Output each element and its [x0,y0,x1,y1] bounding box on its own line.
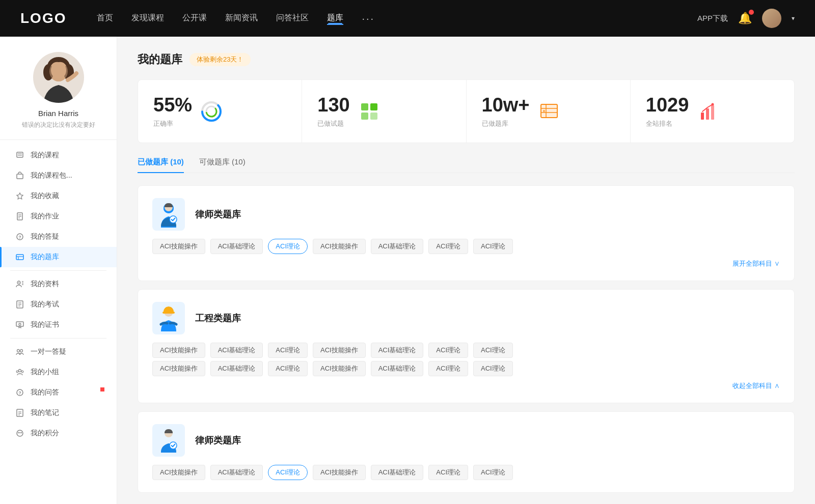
tag[interactable]: ACI理论 [473,239,513,254]
stat-banks-label: 已做题库 [482,119,530,128]
tag[interactable]: ACI理论 [428,343,468,358]
sidebar-item-oneone[interactable]: 一对一答疑 [0,342,117,362]
nav-link-open[interactable]: 公开课 [182,13,207,24]
sidebar-item-points[interactable]: 我的积分 [0,423,117,443]
tag[interactable]: ACI理论 [473,361,513,376]
nav-app-download[interactable]: APP下载 [697,14,728,23]
tag[interactable]: ACI技能操作 [152,239,205,254]
tag[interactable]: ACI技能操作 [313,239,366,254]
nav-dropdown-arrow[interactable]: ▾ [792,15,795,22]
layout: Brian Harris 错误的决定比没有决定要好 我的课程 我的课程包... [0,37,815,504]
sidebar-item-cert[interactable]: 我的证书 [0,315,117,335]
tag[interactable]: ACI基础理论 [371,361,424,376]
page-header: 我的题库 体验剩余23天！ [138,52,795,67]
bank-card-3-icon [152,424,185,457]
stat-rank-value: 1029 [646,94,689,116]
stat-accuracy-label: 正确率 [153,119,192,128]
main-content: 我的题库 体验剩余23天！ 55% 正确率 [117,37,815,504]
nav-link-discover[interactable]: 发现课程 [131,13,164,24]
homework-icon [15,212,24,221]
tag[interactable]: ACI理论 [428,465,468,480]
trial-badge: 体验剩余23天！ [189,53,251,66]
nav-link-news[interactable]: 新闻资讯 [225,13,258,24]
tag[interactable]: ACI技能操作 [152,343,205,358]
tab-done[interactable]: 已做题库 (10) [138,157,184,173]
qa-badge [100,387,104,391]
tag[interactable]: ACI基础理论 [371,343,424,358]
sidebar-item-bank[interactable]: 我的题库 [0,247,117,267]
tab-todo[interactable]: 可做题库 (10) [199,157,246,173]
svg-point-36 [21,371,23,373]
bank-card-2-collapse[interactable]: 收起全部科目 ∧ [152,381,780,390]
stat-banks: 10w+ 已做题库 [467,80,631,143]
bank-card-1-tags: ACI技能操作 ACI基础理论 ACI理论 ACI技能操作 ACI基础理论 AC… [152,239,780,254]
sidebar-item-homework[interactable]: 我的作业 [0,206,117,227]
svg-rect-10 [17,174,23,179]
bank-card-3: 律师类题库 ACI技能操作 ACI基础理论 ACI理论 ACI技能操作 ACI基… [138,411,795,493]
sidebar-label-exam: 我的考试 [31,300,59,309]
svg-rect-51 [361,103,368,110]
tag[interactable]: ACI理论 [428,361,468,376]
sidebar-item-favorites[interactable]: 我的收藏 [0,186,117,206]
sidebar-item-notes[interactable]: 我的笔记 [0,403,117,423]
tag[interactable]: ACI基础理论 [210,239,263,254]
svg-point-32 [17,349,20,352]
sidebar-label-course: 我的课程 [31,151,59,160]
stat-questions-label: 已做试题 [317,119,349,128]
svg-point-45 [19,432,20,433]
sidebar-item-question[interactable]: ? 我的答疑 [0,227,117,247]
navbar: LOGO 首页 发现课程 公开课 新闻资讯 问答社区 题库 ··· APP下载 … [0,0,815,37]
nav-logo: LOGO [20,10,66,26]
page-title: 我的题库 [138,52,182,67]
nav-link-qa[interactable]: 问答社区 [276,13,309,24]
tag[interactable]: ACI理论 [268,343,308,358]
tag[interactable]: ACI理论 [428,239,468,254]
svg-rect-70 [162,312,175,314]
profile-avatar [33,52,84,103]
bank-card-1-icon [152,198,185,231]
tag[interactable]: ACI理论 [473,465,513,480]
tag[interactable]: ACI基础理论 [210,343,263,358]
svg-rect-52 [370,103,377,110]
bank-card-2-tags-row1: ACI技能操作 ACI基础理论 ACI理论 ACI技能操作 ACI基础理论 AC… [152,343,780,358]
svg-point-44 [18,432,19,433]
tag-active[interactable]: ACI理论 [268,239,308,254]
svg-rect-54 [370,113,377,120]
nav-link-home[interactable]: 首页 [97,13,113,24]
svg-rect-63 [711,105,714,120]
tag[interactable]: ACI基础理论 [371,465,424,480]
tag[interactable]: ACI理论 [268,361,308,376]
tag[interactable]: ACI基础理论 [210,465,263,480]
svg-rect-62 [706,108,709,120]
stat-questions-icon [358,100,381,123]
tag[interactable]: ACI技能操作 [313,343,366,358]
svg-rect-53 [361,113,368,120]
sidebar-divider-2 [10,338,106,339]
tag[interactable]: ACI技能操作 [313,361,366,376]
sidebar-label-qa: 我的问答 [31,388,59,397]
sidebar-label-favorites: 我的收藏 [31,191,59,201]
oneone-icon [15,347,24,356]
stat-rank: 1029 全站排名 [631,80,794,143]
sidebar-item-material[interactable]: 我的资料 [0,274,117,294]
stat-accuracy-text: 55% 正确率 [153,94,192,128]
nav-avatar[interactable] [762,9,781,28]
bank-card-1-expand[interactable]: 展开全部科目 ∨ [152,259,780,268]
svg-marker-11 [17,193,23,199]
tag[interactable]: ACI技能操作 [152,361,205,376]
tag[interactable]: ACI基础理论 [210,361,263,376]
tag-active[interactable]: ACI理论 [268,465,308,480]
tag[interactable]: ACI理论 [473,343,513,358]
sidebar-item-exam[interactable]: 我的考试 [0,294,117,315]
tag[interactable]: ACI技能操作 [152,465,205,480]
sidebar-item-qa[interactable]: ? 我的问答 [0,382,117,403]
tag[interactable]: ACI技能操作 [313,465,366,480]
tag[interactable]: ACI基础理论 [371,239,424,254]
sidebar-item-package[interactable]: 我的课程包... [0,165,117,186]
sidebar-item-group[interactable]: 我的小组 [0,362,117,382]
nav-bell[interactable]: 🔔 [738,12,752,25]
profile-name: Brian Harris [10,109,106,118]
svg-point-64 [712,103,714,105]
sidebar-item-course[interactable]: 我的课程 [0,145,117,165]
nav-link-more[interactable]: ··· [362,13,375,24]
